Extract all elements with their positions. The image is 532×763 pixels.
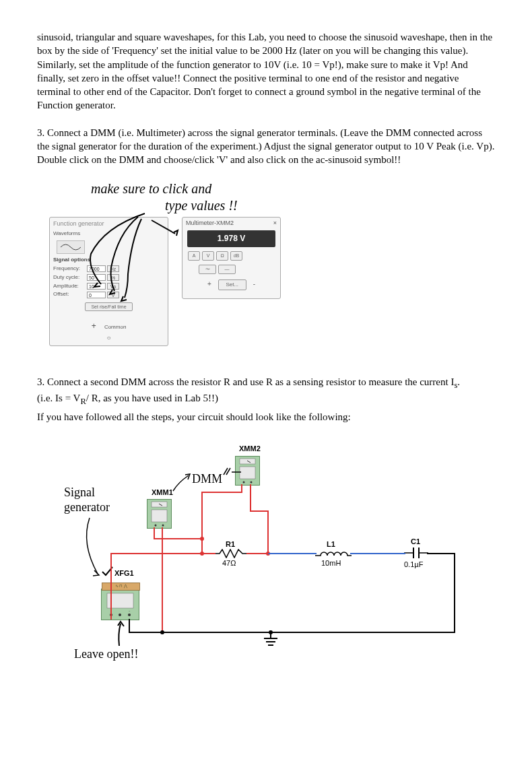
handwriting-note-2: type values !!: [165, 197, 238, 215]
mm-ac-button[interactable]: 〜: [199, 265, 216, 274]
paragraph-3: 3. Connect a second DMM across the resis…: [37, 375, 495, 407]
wire-red: [110, 554, 112, 620]
xfg1-component[interactable]: ∿ ⊓ ⋀ + -: [101, 589, 139, 620]
mm-db-button[interactable]: dB: [230, 251, 242, 261]
svg-rect-7: [152, 510, 167, 522]
wire-red: [267, 510, 269, 554]
sine-wave-button[interactable]: [57, 240, 85, 254]
dmm-mark: [222, 465, 242, 477]
mm-display: 1.978 V: [187, 230, 275, 246]
svg-rect-0: [240, 459, 255, 464]
svg-point-3: [243, 482, 245, 484]
wire-black: [454, 553, 455, 632]
l1-value: 10mH: [321, 558, 341, 568]
r1-value: 47Ω: [222, 558, 236, 568]
amp-input[interactable]: 10: [87, 283, 106, 290]
xfg1-label: XFG1: [114, 568, 134, 578]
wire-red: [201, 492, 203, 554]
dmm-arrow: [172, 472, 195, 492]
c1-value: 0.1µF: [404, 560, 423, 570]
offset-unit: V: [107, 292, 119, 298]
wire-node: [160, 630, 164, 634]
close-icon[interactable]: ×: [273, 219, 277, 227]
duty-unit: %: [107, 274, 119, 281]
duty-label: Duty cycle:: [53, 274, 87, 281]
amp-label: Amplitude:: [53, 283, 87, 290]
svg-rect-5: [152, 502, 167, 507]
figure-function-generator-multimeter: make sure to click and type values !! Fu…: [37, 180, 495, 355]
svg-point-9: [162, 525, 164, 527]
wire-red: [246, 553, 268, 554]
mm-volt-button[interactable]: V: [202, 251, 214, 261]
c1-label: C1: [411, 537, 420, 547]
wire-black: [129, 619, 130, 633]
offset-input[interactable]: 0: [87, 292, 106, 298]
freq-unit[interactable]: Hz: [107, 265, 119, 272]
wire-red: [201, 492, 242, 493]
svg-point-4: [251, 482, 253, 484]
common-label: Common: [104, 324, 126, 330]
paragraph-2: 3. Connect a DMM (i.e. Multimeter) acros…: [37, 126, 495, 167]
handwriting-note-1: make sure to click and: [91, 180, 211, 198]
xmm1-component[interactable]: [147, 499, 172, 529]
signal-handwriting: Signal: [64, 484, 95, 500]
capacitor-icon: [404, 546, 428, 560]
plus-terminal-icon: +: [92, 321, 96, 331]
inductor-icon: [315, 549, 352, 558]
freq-label: Frequency:: [53, 265, 87, 273]
offset-label: Offset:: [53, 291, 87, 298]
circuit-diagram: DMM Signal generator Leave open!! XMM2 X…: [37, 437, 495, 666]
mm-set-button[interactable]: Set...: [218, 279, 246, 290]
mm-title: Multimeter-XMM2: [186, 219, 234, 227]
xmm2-label: XMM2: [239, 444, 261, 454]
fg-title: Function generator: [50, 218, 168, 230]
minus-terminal-icon: ○: [50, 333, 168, 343]
paragraph-1: sinusoid, triangular and square waveshap…: [37, 30, 495, 112]
wire-red: [250, 510, 268, 512]
svg-point-8: [155, 525, 157, 527]
wire-red: [241, 484, 242, 493]
dmm-handwriting: DMM: [192, 471, 222, 487]
svg-point-13: [128, 613, 131, 616]
r1-label: R1: [226, 539, 235, 550]
ground-icon: [263, 632, 279, 649]
wire-blue: [268, 553, 317, 554]
mm-plus-icon: +: [207, 279, 211, 290]
generator-arrow: [77, 517, 111, 577]
xfg1-waveform-icons: ∿ ⊓ ⋀: [102, 583, 140, 591]
mm-amp-button[interactable]: A: [188, 251, 200, 261]
mm-ohm-button[interactable]: Ω: [216, 251, 228, 261]
set-rise-fall-button[interactable]: Set rise/Fall time: [85, 302, 132, 311]
l1-label: L1: [327, 539, 335, 550]
fg-signal-options-label: Signal options: [50, 256, 168, 265]
wire-black: [129, 632, 455, 633]
resistor-icon: [214, 549, 248, 558]
generator-handwriting: generator: [64, 499, 110, 515]
svg-text:-: -: [129, 609, 130, 613]
wire-black: [427, 553, 455, 554]
svg-point-12: [119, 613, 121, 616]
multimeter-panel: Multimeter-XMM2 × 1.978 V A V Ω dB 〜 — +…: [182, 217, 281, 299]
wire-node: [200, 537, 204, 541]
mm-minus-icon: -: [253, 279, 255, 290]
freq-input[interactable]: 7000: [87, 265, 106, 272]
wire-red: [250, 484, 251, 511]
leave-open-handwriting: Leave open!!: [74, 646, 138, 662]
function-generator-panel: Function generator Waveforms Signal opti…: [49, 217, 168, 346]
xmm1-label: XMM1: [152, 488, 173, 498]
mm-dc-button[interactable]: —: [218, 265, 236, 274]
paragraph-4: If you have followed all the steps, your…: [37, 410, 495, 424]
amp-unit[interactable]: Vp: [107, 283, 119, 290]
wire-red: [154, 527, 155, 539]
wire-red: [162, 527, 163, 634]
duty-input[interactable]: 50: [87, 274, 106, 281]
fg-waveforms-label: Waveforms: [50, 230, 168, 238]
wire-blue: [350, 553, 405, 554]
